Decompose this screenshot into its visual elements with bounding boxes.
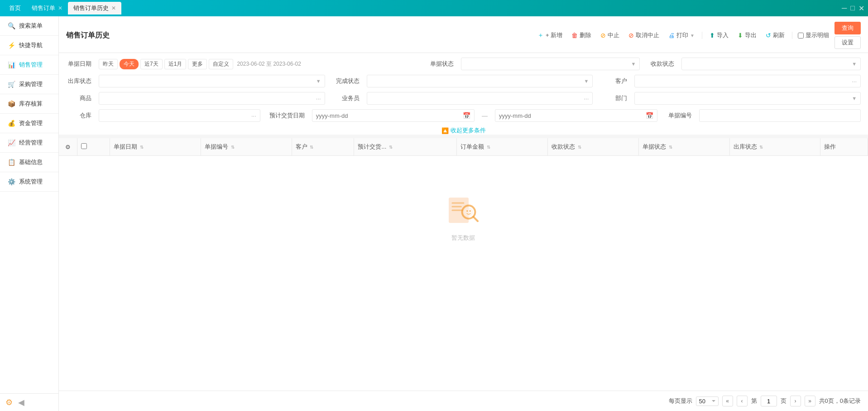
cancel-stop-icon: ⊘ [628,32,634,39]
outstock-select[interactable]: ▼ [99,75,325,87]
product-input[interactable]: ··· [99,92,325,105]
filter-order-no: 单据编号 [657,109,861,122]
collapse-sidebar-icon[interactable]: ◀ [18,397,24,407]
estimated-date-end[interactable]: 📅 [495,109,657,122]
sidebar-item-purchase[interactable]: 🛒 采购管理 [0,75,58,94]
last-page-btn[interactable]: » [805,396,815,406]
divider1 [702,32,702,39]
col-client[interactable]: 客户 ⇅ [292,138,354,156]
prev-page-btn[interactable]: ‹ [737,396,748,406]
import-icon: ⬆ [710,32,715,39]
pagination-bar: 每页显示 10 20 50 100 « ‹ 第 页 › » 共0页，0条记录 [59,391,868,411]
filter-salesman: 业务员 ··· [325,92,593,105]
date-separator: — [482,112,488,119]
sidebar-item-search[interactable]: 🔍 搜索菜单 [0,16,58,36]
complete-select[interactable]: ▼ [367,75,593,87]
cancel-stop-button[interactable]: ⊘ 取消中止 [627,30,661,40]
query-button[interactable]: 查询 [834,22,861,34]
sort-amount-icon: ⇅ [487,145,490,150]
select-all-checkbox[interactable] [81,143,87,149]
estimated-date-start-input[interactable] [316,112,461,119]
window-controls: ─ □ ✕ [842,4,864,13]
display-detail-check[interactable] [798,33,804,39]
svg-rect-1 [452,202,465,203]
calendar-end-icon[interactable]: 📅 [646,112,653,119]
date-btn-7days[interactable]: 近7天 [140,59,163,69]
date-btn-custom[interactable]: 自定义 [209,59,233,69]
settings-button[interactable]: 设置 [834,36,861,49]
date-btn-more[interactable]: 更多 [188,59,207,69]
col-pay-status[interactable]: 收款状态 ⇅ [548,138,639,156]
export-icon: ⬇ [738,32,743,39]
col-settings[interactable]: ⚙ [59,138,77,156]
filter-date: 单据日期 昨天 今天 近7天 近1月 更多 自定义 2023-06-02 至 2… [66,59,419,69]
close-tab-sales-order-history[interactable]: ✕ [111,5,116,11]
new-icon: ＋ [537,31,544,39]
table-body: 暂无数据 [59,156,868,279]
print-arrow-icon: ▼ [690,33,695,38]
page-label-before: 第 [751,397,757,405]
salesman-label: 业务员 [334,94,363,102]
estimated-date-end-input[interactable] [499,112,644,119]
window-close-btn[interactable]: ✕ [858,4,864,13]
date-btn-today[interactable]: 今天 [120,59,139,69]
sidebar-item-basic-info[interactable]: 📋 基础信息 [0,153,58,172]
col-estimated-delivery[interactable]: 预计交货... ⇅ [354,138,457,156]
page-title: 销售订单历史 [66,31,110,40]
filter-complete-status: 完成状态 ▼ [325,75,593,87]
close-tab-sales-order[interactable]: ✕ [58,5,62,11]
export-button[interactable]: ⬇ 导出 [736,30,758,40]
tab-sales-order[interactable]: 销售订单 ✕ [26,2,68,15]
per-page-select[interactable]: 10 20 50 100 [696,396,719,406]
tab-home[interactable]: 首页 [4,2,26,15]
pay-status-label: 收款状态 [649,60,678,68]
date-btn-yesterday[interactable]: 昨天 [99,59,118,69]
tab-sales-order-history[interactable]: 销售订单历史 ✕ [68,2,121,15]
order-no-input[interactable] [699,109,861,122]
client-input[interactable]: ··· [634,75,861,87]
col-date[interactable]: 单据日期 ⇅ [110,138,201,156]
col-order-amount[interactable]: 订单金额 ⇅ [457,138,548,156]
sidebar-item-system[interactable]: ⚙️ 系统管理 [0,172,58,192]
salesman-input[interactable]: ··· [367,92,593,105]
new-button[interactable]: ＋ + 新增 [536,30,564,40]
date-btn-1month[interactable]: 近1月 [164,59,187,69]
print-button[interactable]: 🖨 打印 ▼ [667,30,696,40]
query-group: 查询 设置 [834,22,861,49]
warehouse-input[interactable]: ··· [99,109,260,122]
next-page-btn[interactable]: › [790,396,801,406]
col-checkbox[interactable] [77,138,110,156]
client-label: 客户 [602,77,631,85]
delete-button[interactable]: 🗑 删除 [570,30,593,40]
col-outstock-status[interactable]: 出库状态 ⇅ [729,138,820,156]
minimize-btn[interactable]: ─ [842,4,847,12]
collapse-button[interactable]: 🔼 收起更多条件 [441,126,486,135]
dept-select[interactable]: ▼ [634,92,861,105]
sort-outstockstatus-icon: ⇅ [759,145,763,150]
pay-status-select[interactable]: ▼ [681,58,861,70]
first-page-btn[interactable]: « [722,396,733,406]
svg-line-6 [474,217,478,221]
sidebar-item-quick-nav[interactable]: ⚡ 快捷导航 [0,36,58,55]
maximize-btn[interactable]: □ [850,4,855,12]
sort-client-icon: ⇅ [310,145,313,150]
col-order-status[interactable]: 单据状态 ⇅ [638,138,729,156]
refresh-button[interactable]: ↺ 刷新 [764,30,786,40]
sidebar-item-sales[interactable]: 📊 销售管理 [0,55,58,75]
sort-orderno-icon: ⇅ [231,145,235,150]
stop-button[interactable]: ⊘ 中止 [599,30,621,40]
col-order-no[interactable]: 单据编号 ⇅ [201,138,292,156]
estimated-date-start[interactable]: 📅 [312,109,475,122]
product-label: 商品 [66,94,95,102]
settings-bottom-icon[interactable]: ⚙ [5,397,13,407]
sidebar-item-management[interactable]: 📈 经营管理 [0,133,58,153]
display-detail-checkbox[interactable]: 显示明细 [798,31,829,39]
calendar-start-icon[interactable]: 📅 [463,112,470,119]
order-status-select[interactable]: ▼ [461,58,640,70]
current-page-input[interactable] [761,396,777,406]
filter-row-4: 仓库 ··· 预计交货日期 📅 — 📅 [66,109,861,122]
sidebar-item-inventory[interactable]: 📦 库存核算 [0,94,58,114]
import-button[interactable]: ⬆ 导入 [708,30,730,40]
filter-product: 商品 ··· [66,92,325,105]
sidebar-item-finance[interactable]: 💰 资金管理 [0,114,58,133]
